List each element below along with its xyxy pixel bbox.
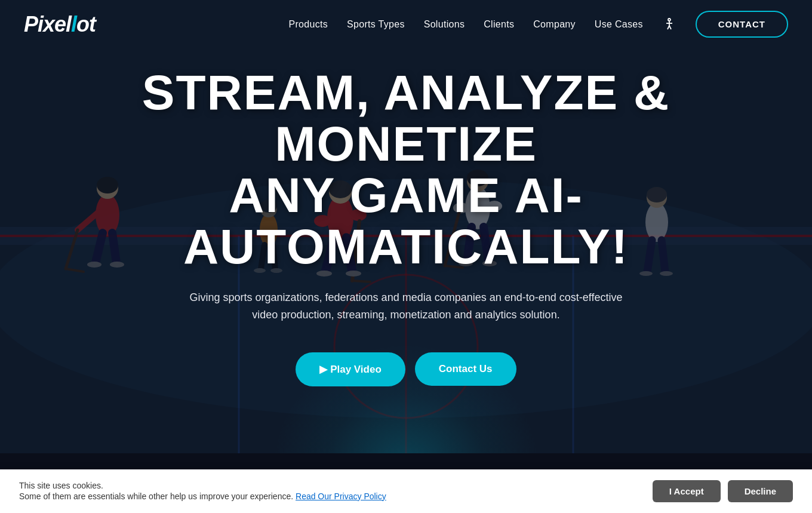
hero-title: STREAM, ANALYZE & MONETIZE ANY GAME AI-A… (90, 67, 722, 272)
svg-point-0 (668, 19, 670, 21)
nav-products[interactable]: Products (288, 19, 328, 30)
site-header: Pixellot Products Sports Types Solutions… (0, 0, 812, 48)
hero-title-line1: STREAM, ANALYZE & MONETIZE (142, 65, 670, 171)
hero-section: STREAM, ANALYZE & MONETIZE ANY GAME AI-A… (0, 0, 812, 453)
nav-use-cases[interactable]: Use Cases (595, 19, 643, 30)
svg-line-4 (669, 26, 671, 29)
hero-subtitle: Giving sports organizations, federations… (179, 289, 633, 324)
nav-company[interactable]: Company (533, 19, 576, 30)
main-nav: Products Sports Types Solutions Clients … (288, 11, 788, 38)
hero-content: STREAM, ANALYZE & MONETIZE ANY GAME AI-A… (78, 67, 734, 386)
nav-sports-types[interactable]: Sports Types (347, 19, 405, 30)
hero-title-line2: ANY GAME AI-AUTOMATICALLY! (183, 168, 629, 274)
hero-buttons: ▶ Play Video Contact Us (90, 352, 722, 386)
nav-solutions[interactable]: Solutions (424, 19, 465, 30)
logo[interactable]: Pixellot (24, 12, 96, 37)
nav-clients[interactable]: Clients (484, 19, 514, 30)
accessibility-icon[interactable] (662, 17, 676, 32)
contact-button[interactable]: CONTACT (696, 11, 788, 38)
logo-text: Pixellot (24, 12, 96, 37)
play-video-button[interactable]: ▶ Play Video (296, 352, 405, 386)
contact-us-button[interactable]: Contact Us (415, 352, 516, 386)
